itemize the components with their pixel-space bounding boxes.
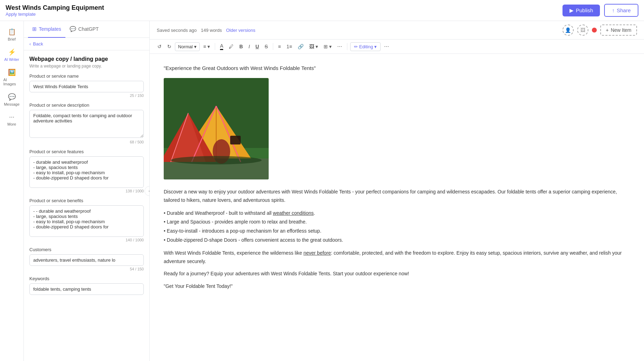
product-features-textarea[interactable]: - durable and weatherproof- large, spaci… — [29, 156, 144, 188]
apply-template-link[interactable]: Apply template — [6, 12, 104, 17]
field-label-product-benefits: Product or service benefits — [29, 198, 144, 203]
field-label-product-name: Product or service name — [29, 73, 144, 79]
editor-image-container — [164, 78, 630, 179]
underline-button[interactable]: U — [253, 42, 261, 51]
sidebar-item-brief[interactable]: 📋 Brief — [1, 25, 22, 44]
undo-button[interactable]: ↺ — [155, 42, 164, 51]
field-label-customers: Customers — [29, 247, 144, 252]
panel-content: Webpage copy / landing page Write a webp… — [24, 50, 149, 361]
sidebar-label-brief: Brief — [8, 37, 16, 41]
back-label: Back — [33, 41, 43, 47]
font-color-icon: A — [220, 43, 223, 50]
extra-menu-button[interactable]: ⋯ — [382, 42, 391, 51]
italic-icon: I — [248, 44, 250, 49]
editing-label: Editing — [359, 44, 373, 49]
never-before-text: never before — [303, 250, 331, 256]
new-item-button[interactable]: + New Item — [600, 24, 637, 36]
panel-section-subtitle: Write a webpage or landing page copy. — [29, 64, 144, 69]
avatar-2: 🖼 — [577, 24, 588, 36]
panel: ⊞ Templates 💬 ChatGPT ‹ Back Webpage cop… — [24, 21, 150, 361]
bullet-list-button[interactable]: ≡ — [276, 42, 283, 51]
svg-point-12 — [171, 156, 262, 164]
bold-button[interactable]: B — [237, 42, 245, 51]
highlight-button[interactable]: 🖊 — [227, 42, 236, 51]
list-item: Large and Spacious - provides ample room… — [164, 218, 630, 227]
sidebar-label-ai-writer: AI Writer — [4, 57, 19, 62]
product-description-counter: 68 / 500 — [29, 140, 144, 144]
editor-cta: Ready for a journey? Equip your adventur… — [164, 270, 630, 278]
sidebar-label-ai-images: AI Images — [3, 78, 20, 86]
panel-section-title: Webpage copy / landing page — [29, 56, 144, 62]
main-layout: 📋 Brief ⚡ AI Writer 🖼️ AI Images 💬 Messa… — [0, 21, 644, 361]
avatar: 👤 — [562, 24, 574, 36]
numbered-list-button[interactable]: 1≡ — [284, 42, 294, 51]
share-button[interactable]: ↑ Share — [604, 4, 638, 17]
editor-bullet-list: Durable and Weatherproof - built to with… — [164, 209, 630, 245]
sidebar-item-ai-images[interactable]: 🖼️ AI Images — [1, 66, 22, 89]
header-left: West Winds Camping Equipment Apply templ… — [6, 4, 104, 17]
product-description-textarea[interactable]: Foldable, compact tents for camping and … — [29, 110, 144, 138]
new-item-label: New Item — [611, 27, 631, 33]
editor-toolbar: ↺ ↻ Normal ▾ ≡ ▾ A 🖊 B I U — [150, 40, 644, 54]
sidebar-item-message[interactable]: 💬 Message — [1, 90, 22, 109]
document-title: West Winds Camping Equipment — [6, 4, 104, 12]
word-count: 149 words — [201, 28, 222, 33]
editor-quote: "Experience the Great Outdoors with West… — [164, 65, 630, 71]
tab-chatgpt[interactable]: 💬 ChatGPT — [65, 21, 103, 38]
customers-input[interactable] — [29, 254, 144, 266]
sidebar-label-more: More — [7, 122, 16, 126]
weather-conditions-link[interactable]: weather conditions — [273, 210, 314, 216]
editor-topbar-left: Saved seconds ago 149 words Older versio… — [157, 28, 255, 33]
product-name-input[interactable] — [29, 81, 144, 92]
sidebar-label-message: Message — [4, 102, 20, 106]
list-item: Easy-to-install - introduces a pop-up me… — [164, 227, 630, 236]
strikethrough-button[interactable]: S — [262, 42, 270, 51]
table-button[interactable]: ⊞ ▾ — [321, 42, 334, 51]
italic-button[interactable]: I — [246, 42, 252, 51]
sidebar-item-ai-writer[interactable]: ⚡ AI Writer — [1, 45, 22, 64]
field-label-keywords: Keywords — [29, 276, 144, 281]
panel-back-button[interactable]: ‹ Back — [24, 38, 149, 50]
svg-rect-13 — [230, 136, 241, 144]
keywords-input[interactable] — [29, 283, 144, 295]
list-item: Double-zippered D-shape Doors - offers c… — [164, 236, 630, 245]
bold-icon: B — [239, 44, 243, 49]
editing-pencil-icon: ✏ — [354, 44, 358, 49]
more-options-button[interactable]: ⋯ — [335, 42, 344, 51]
publish-button[interactable]: ▶ Publish — [562, 5, 600, 16]
redo-button[interactable]: ↻ — [165, 42, 174, 51]
toolbar-divider-1 — [215, 43, 215, 50]
field-label-product-description: Product or service description — [29, 102, 144, 108]
image-button[interactable]: 🖼 ▾ — [307, 42, 320, 51]
back-chevron-icon: ‹ — [29, 41, 31, 47]
older-versions-link[interactable]: Older versions — [226, 28, 255, 33]
product-benefits-counter: 140 / 1000 — [29, 238, 144, 242]
list-item: Durable and Weatherproof - built to with… — [164, 209, 630, 218]
publish-icon: ▶ — [569, 7, 574, 14]
sidebar-item-more[interactable]: ··· More — [1, 111, 22, 129]
chatgpt-tab-icon: 💬 — [70, 26, 76, 32]
top-header: West Winds Camping Equipment Apply templ… — [0, 0, 644, 21]
highlight-icon: 🖊 — [229, 44, 234, 49]
header-right: ▶ Publish ↑ Share — [562, 4, 638, 17]
toolbar-divider-3 — [347, 43, 347, 50]
share-icon: ↑ — [612, 7, 615, 13]
editing-chevron-icon: ▾ — [374, 44, 377, 49]
product-benefits-textarea[interactable]: - - durable and weatherproof- large, spa… — [29, 205, 144, 237]
editor-paragraph-2: With West Winds Foldable Tents, experien… — [164, 249, 630, 266]
link-button[interactable]: 🔗 — [296, 42, 306, 51]
customers-counter: 54 / 150 — [29, 267, 144, 271]
editing-mode-selector[interactable]: ✏ Editing ▾ — [350, 42, 381, 51]
tent-svg — [164, 78, 269, 179]
toolbar-divider-2 — [273, 43, 273, 50]
align-button[interactable]: ≡ ▾ — [201, 42, 212, 51]
strikethrough-icon: S — [264, 44, 268, 49]
editor-topbar: Saved seconds ago 149 words Older versio… — [150, 21, 644, 40]
tab-templates[interactable]: ⊞ Templates — [28, 21, 65, 38]
text-color-button[interactable]: A — [218, 42, 225, 51]
plus-icon: + — [606, 27, 609, 33]
templates-tab-icon: ⊞ — [32, 26, 37, 32]
editor-body[interactable]: "Experience the Great Outdoors with West… — [150, 54, 644, 361]
message-icon: 💬 — [8, 93, 16, 101]
style-selector[interactable]: Normal ▾ — [175, 42, 200, 51]
